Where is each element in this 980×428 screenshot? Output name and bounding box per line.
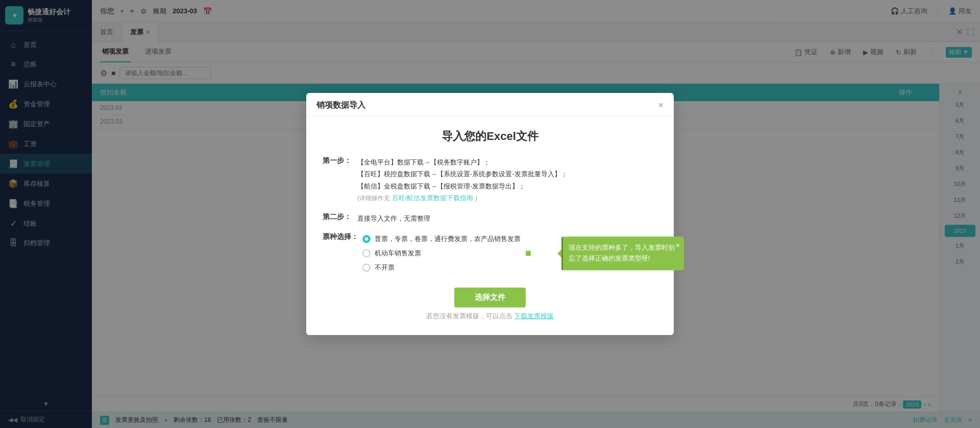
- modal-body: 导入您的Excel文件 第一步： 【全电平台】数据下载→【税务数字账户】； 【百…: [306, 116, 674, 335]
- step1-hint-end: ): [475, 195, 477, 202]
- download-template-link[interactable]: 下载发票模版: [514, 312, 554, 320]
- radio-circle-2: [362, 249, 371, 257]
- ticket-radio-group: 普票，专票，卷票，通行费发票，农产品销售发票 机动车销售发票 ×: [362, 234, 521, 277]
- step1-line3: 【航信】金税盘数据下载→【报税管理-发票数据导出】；: [357, 180, 568, 192]
- step1-row: 第一步： 【全电平台】数据下载→【税务数字账户】； 【百旺】税控盘数据下载→【系…: [323, 156, 657, 204]
- footer-text: 若您没有发票模版，可以点击: [426, 312, 512, 320]
- modal-title: 销项数据导入: [316, 100, 365, 111]
- step1-guide-link[interactable]: 百旺/航信发票数据下载指南: [392, 194, 474, 202]
- radio-item-1[interactable]: 普票，专票，卷票，通行费发票，农产品销售发票: [362, 234, 521, 244]
- radio-label-1: 普票，专票，卷票，通行费发票，农产品销售发票: [375, 234, 521, 244]
- tooltip-dot: [526, 251, 531, 256]
- tooltip-bar: [561, 236, 563, 270]
- radio-item-2[interactable]: 机动车销售发票 × 现在支持的票种多了，导入发票时别忘了选择正确的发票类型呀!: [362, 249, 521, 258]
- step1-line2: 【百旺】税控盘数据下载→【系统设置-系统参数设置-发票批量导入】；: [357, 168, 568, 180]
- tooltip-close-btn[interactable]: ×: [676, 240, 680, 251]
- tooltip-bubble: × 现在支持的票种多了，导入发票时别忘了选择正确的发票类型呀!: [561, 236, 684, 270]
- radio-circle-1: [362, 235, 371, 243]
- select-file-button[interactable]: 选择文件: [454, 288, 526, 307]
- step1-hint: (详细操作见 百旺/航信发票数据下载指南 ): [357, 192, 568, 204]
- modal-close-btn[interactable]: ×: [658, 101, 664, 110]
- modal-header: 销项数据导入 ×: [306, 93, 674, 116]
- radio-label-3: 不开票: [375, 263, 395, 272]
- radio-label-2: 机动车销售发票: [375, 249, 421, 258]
- radio-item-3[interactable]: 不开票: [362, 263, 521, 272]
- step1-hint-text: (详细操作见: [357, 195, 390, 202]
- ticket-type-label: 票种选择：: [323, 232, 358, 242]
- import-modal: 销项数据导入 × 导入您的Excel文件 第一步： 【全电平台】数据下载→【税务…: [306, 93, 674, 335]
- step1-label: 第一步：: [323, 156, 353, 165]
- step2-content: 直接导入文件，无需整理: [357, 212, 430, 224]
- step2-label: 第二步：: [323, 212, 353, 222]
- modal-footer: 若您没有发票模版，可以点击 下载发票模版: [323, 312, 657, 321]
- modal-main-title: 导入您的Excel文件: [323, 129, 657, 144]
- step2-row: 第二步： 直接导入文件，无需整理: [323, 212, 657, 224]
- tooltip-text: 现在支持的票种多了，导入发票时别忘了选择正确的发票类型呀!: [569, 244, 675, 262]
- step1-line1: 【全电平台】数据下载→【税务数字账户】；: [357, 156, 568, 168]
- modal-overlay: 销项数据导入 × 导入您的Excel文件 第一步： 【全电平台】数据下载→【税务…: [0, 0, 980, 428]
- ticket-type-row: 票种选择： 普票，专票，卷票，通行费发票，农产品销售发票 机动车销售发票: [323, 232, 657, 277]
- radio-circle-3: [362, 264, 371, 272]
- step1-content: 【全电平台】数据下载→【税务数字账户】； 【百旺】税控盘数据下载→【系统设置-系…: [357, 156, 568, 204]
